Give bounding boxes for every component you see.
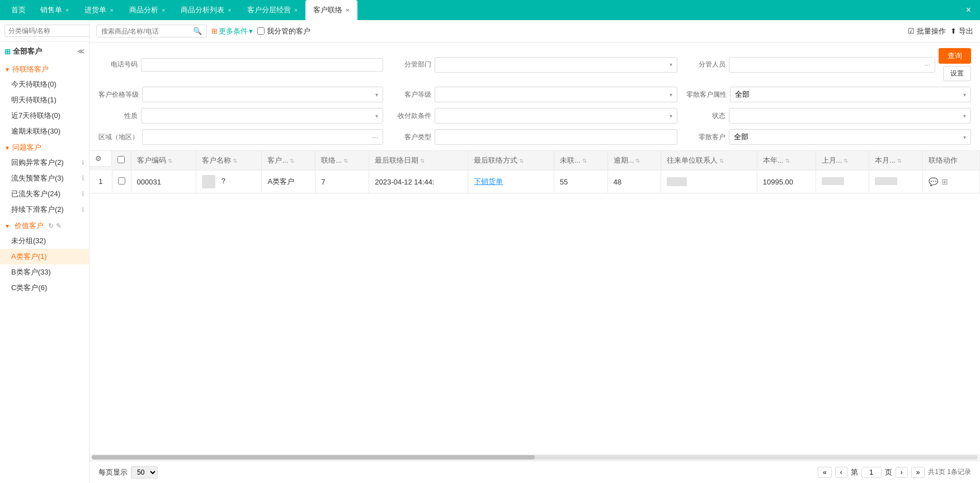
scrollbar-thumb[interactable]	[92, 455, 535, 460]
notcontact-sort-icon[interactable]: ⇅	[582, 158, 587, 164]
value-arrow-icon: ▼	[4, 223, 10, 229]
payment-select[interactable]: ▾	[435, 108, 677, 124]
advanced-filter-panel: 电话号码 分管部门 ▾ 分管人员 ··· 查询 设置	[89, 42, 980, 151]
first-page-button[interactable]: «	[818, 467, 832, 478]
grid-icon: ⊞	[4, 48, 11, 56]
status-select[interactable]: ▾	[729, 108, 971, 124]
tab-goods[interactable]: 商品分析 ×	[121, 0, 173, 20]
dept-select[interactable]: ▾	[435, 57, 677, 73]
sidebar-item-a-class[interactable]: A类客户(1)	[0, 249, 89, 264]
unitcontact-sort-icon[interactable]: ⇅	[719, 158, 724, 164]
settings-button[interactable]: 设置	[943, 66, 971, 81]
sidebar-item-today[interactable]: 今天待联络(0)	[0, 77, 89, 92]
sidebar-search-container: 🔍	[0, 20, 89, 42]
refresh-icon[interactable]: ↻	[48, 222, 54, 230]
row-check[interactable]	[118, 177, 125, 184]
status-chevron-icon: ▾	[963, 113, 966, 119]
tab-customer-seg[interactable]: 客户分层经营 ×	[239, 0, 305, 20]
value-customers-section[interactable]: ▼ 价值客户 ↻ ✎	[0, 217, 89, 233]
lastdate-sort-icon[interactable]: ⇅	[420, 158, 425, 164]
retail-attr-chevron-icon: ▾	[963, 92, 966, 98]
sidebar-item-declining[interactable]: 持续下滑客户(2) ℹ	[0, 202, 89, 217]
close-goods-list-tab[interactable]: ×	[228, 7, 231, 13]
thisyear-sort-icon[interactable]: ⇅	[785, 158, 790, 164]
lastway-sort-icon[interactable]: ⇅	[519, 158, 524, 164]
phone-input[interactable]	[141, 58, 383, 72]
info-icon3: ℹ	[82, 190, 84, 198]
nature-select[interactable]: ▾	[141, 108, 383, 124]
close-customer-contact-tab[interactable]: ×	[346, 7, 349, 13]
filter-row-retail2: 零散客户 全部 ▾	[686, 129, 971, 145]
grade-select[interactable]: ▾	[435, 87, 677, 102]
my-customer-check[interactable]	[257, 27, 265, 35]
lastmonth-sort-icon[interactable]: ⇅	[844, 158, 848, 164]
tab-customer-contact[interactable]: 客户联络 ×	[305, 0, 357, 20]
sidebar-item-churned[interactable]: 已流失客户(24) ℹ	[0, 186, 89, 202]
payment-chevron-icon: ▾	[670, 113, 672, 119]
tab-sales[interactable]: 销售单 ×	[32, 0, 77, 20]
price-grade-label: 客户价格等级	[98, 90, 139, 100]
sidebar-item-overdue[interactable]: 逾期未联络(30)	[0, 124, 89, 139]
last-page-button[interactable]: »	[911, 467, 925, 478]
sidebar-item-churn-warning[interactable]: 流失预警客户(3) ℹ	[0, 171, 89, 186]
edit-icon[interactable]: ✎	[56, 222, 62, 230]
sidebar-collapse-icon[interactable]: ≪	[77, 48, 84, 55]
sidebar-item-repurchase-abnormal[interactable]: 回购异常客户(2) ℹ	[0, 155, 89, 171]
sidebar-search-input[interactable]	[4, 25, 89, 37]
filter-search-input[interactable]	[101, 27, 191, 35]
price-grade-select[interactable]: ▾	[142, 87, 383, 102]
close-customer-seg-tab[interactable]: ×	[294, 7, 298, 13]
close-purchase-tab[interactable]: ×	[110, 7, 113, 13]
price-grade-chevron-icon: ▾	[375, 92, 378, 98]
tab-goods-list[interactable]: 商品分析列表 ×	[173, 0, 239, 20]
page-number-input[interactable]	[861, 467, 882, 478]
sidebar-item-b-class[interactable]: B类客户(33)	[0, 264, 89, 280]
close-sales-tab[interactable]: ×	[65, 7, 69, 13]
batch-op-button[interactable]: ☑ 批量操作	[908, 26, 946, 36]
sidebar-item-tomorrow[interactable]: 明天待联络(1)	[0, 92, 89, 108]
close-goods-tab[interactable]: ×	[162, 7, 165, 13]
home-tab[interactable]: 首页	[4, 5, 32, 15]
horizontal-scrollbar[interactable]	[89, 454, 980, 461]
filter-search-icon[interactable]: 🔍	[193, 27, 202, 35]
region-select[interactable]: ···	[142, 129, 383, 145]
next-page-button[interactable]: ›	[896, 467, 908, 478]
tab-purchase[interactable]: 进货单 ×	[77, 0, 121, 20]
all-customers-header[interactable]: ⊞ 全部客户 ≪	[0, 42, 89, 61]
problem-customers-section[interactable]: ▼ 问题客户	[0, 139, 89, 155]
more-filter-button[interactable]: ⊞ 更多条件 ▾	[211, 26, 253, 36]
code-sort-icon[interactable]: ⇅	[168, 158, 172, 164]
gear-icon[interactable]: ⚙	[95, 154, 102, 163]
th-this-year: 本年... ⇅	[757, 151, 816, 171]
retail2-label: 零散客户	[686, 132, 725, 142]
person-dots: ···	[924, 60, 930, 69]
retail-attr-select[interactable]: 全部 ▾	[730, 87, 971, 102]
filter-row-retail-attr: 零散客户属性 全部 ▾	[686, 87, 971, 102]
export-button[interactable]: ⬆ 导出	[950, 26, 973, 36]
pagination-controls: « ‹ 第 页 › » 共1页 1条记录	[818, 467, 971, 478]
prev-page-button[interactable]: ‹	[835, 467, 847, 478]
sidebar-item-ungroup[interactable]: 未分组(32)	[0, 233, 89, 249]
contact-sort-icon[interactable]: ⇅	[343, 158, 348, 164]
sidebar-item-7days[interactable]: 近7天待联络(0)	[0, 108, 89, 124]
my-customer-checkbox[interactable]: 我分管的客户	[257, 26, 310, 36]
customer-avatar	[202, 175, 215, 188]
chat-icon[interactable]: 💬	[929, 177, 938, 186]
th-last-month: 上月... ⇅	[816, 151, 869, 171]
query-button[interactable]: 查询	[939, 48, 971, 64]
select-all-checkbox[interactable]	[117, 156, 125, 163]
sidebar-item-c-class[interactable]: C类客户(6)	[0, 280, 89, 296]
window-close-button[interactable]: ×	[962, 5, 976, 15]
type-select[interactable]	[435, 129, 677, 145]
category-sort-icon[interactable]: ⇅	[290, 158, 294, 164]
filter-right-actions: ☑ 批量操作 ⬆ 导出	[908, 26, 973, 36]
th-name: 客户名称 ⇅	[196, 151, 262, 171]
overdue-sort-icon[interactable]: ⇅	[635, 158, 640, 164]
name-sort-icon[interactable]: ⇅	[233, 158, 237, 164]
pending-contact-section[interactable]: ▼ 待联络客户	[0, 61, 89, 77]
retail2-select[interactable]: 全部 ▾	[729, 129, 971, 145]
thismonth-sort-icon[interactable]: ⇅	[897, 158, 902, 164]
page-size-select[interactable]: 50	[131, 466, 158, 479]
qr-icon[interactable]: ⊞	[941, 177, 948, 186]
person-select[interactable]: ···	[729, 57, 935, 73]
